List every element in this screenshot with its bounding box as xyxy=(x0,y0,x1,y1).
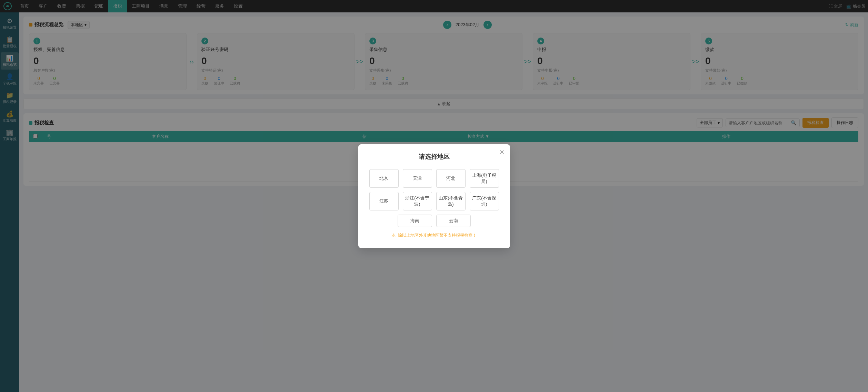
region-btn-hainan[interactable]: 海南 xyxy=(398,215,432,227)
region-btn-beijing[interactable]: 北京 xyxy=(369,169,399,188)
region-btn-shandong[interactable]: 山东(不含青岛) xyxy=(436,192,466,210)
warning-icon: ⚠ xyxy=(391,233,396,238)
modal-close-btn[interactable]: ✕ xyxy=(499,148,505,156)
warning-text: 除以上地区外其他地区暂不支持报税检查！ xyxy=(398,233,477,238)
region-btn-zhejiang[interactable]: 浙江(不含宁波) xyxy=(403,192,432,210)
region-btn-yunnan[interactable]: 云南 xyxy=(436,215,471,227)
region-btn-shanghai[interactable]: 上海(电子税局) xyxy=(470,169,499,188)
region-btn-jiangsu[interactable]: 江苏 xyxy=(369,192,399,210)
modal-region-row-1: 北京 天津 河北 上海(电子税局) xyxy=(369,169,499,188)
region-select-modal: ✕ 请选择地区 北京 天津 河北 上海(电子税局) 江苏 浙江(不含宁波) 山东… xyxy=(358,144,510,248)
modal-warning: ⚠ 除以上地区外其他地区暂不支持报税检查！ xyxy=(369,233,499,238)
modal-region-row-3: 海南 云南 xyxy=(369,215,499,227)
region-btn-tianjin[interactable]: 天津 xyxy=(403,169,432,188)
region-btn-hebei[interactable]: 河北 xyxy=(436,169,466,188)
region-btn-guangdong[interactable]: 广东(不含深圳) xyxy=(470,192,499,210)
modal-region-row-2: 江苏 浙江(不含宁波) 山东(不含青岛) 广东(不含深圳) xyxy=(369,192,499,210)
modal-title: 请选择地区 xyxy=(369,153,499,161)
modal-overlay[interactable]: ✕ 请选择地区 北京 天津 河北 上海(电子税局) 江苏 浙江(不含宁波) 山东… xyxy=(0,0,868,392)
